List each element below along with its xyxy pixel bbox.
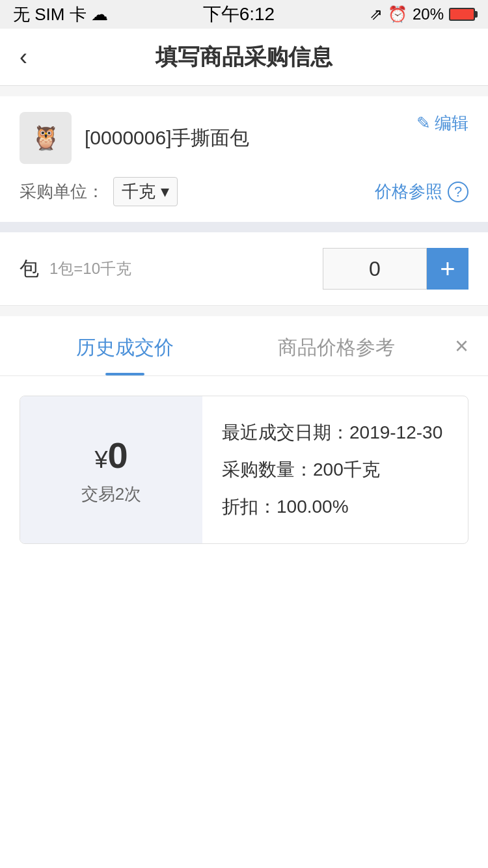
discount-label: 折扣： — [222, 496, 277, 517]
history-price-section: ¥0 交易2次 — [20, 396, 202, 543]
page-title: 填写商品采购信息 — [156, 42, 332, 72]
discount-value: 100.00% — [277, 496, 349, 517]
edit-icon: ✎ — [416, 113, 431, 133]
recent-date-label: 最近成交日期： — [222, 422, 349, 442]
chevron-down-icon: ▾ — [161, 182, 169, 202]
trade-count: 交易2次 — [81, 483, 141, 506]
price-ref-label: 价格参照 — [375, 180, 442, 203]
product-header: 🦉 [0000006]手撕面包 ✎ 编辑 — [20, 112, 468, 164]
battery-percent: 20% — [413, 5, 444, 23]
quantity-row-detail: 采购数量：200千克 — [222, 457, 448, 482]
unit-value: 千克 — [122, 180, 156, 203]
help-icon: ? — [448, 182, 468, 202]
quantity-plus-button[interactable]: + — [427, 248, 468, 290]
battery-icon — [449, 8, 475, 21]
tab-panel: 历史成交价 商品价格参考 × ¥0 交易2次 最近成交日期：2019-12-30… — [0, 316, 488, 563]
recent-date-value: 2019-12-30 — [349, 422, 442, 442]
price-reference-button[interactable]: 价格参照 ? — [375, 180, 468, 203]
edit-label: 编辑 — [435, 112, 468, 135]
product-thumbnail: 🦉 — [20, 112, 72, 164]
quantity-control: + — [323, 248, 468, 290]
product-unit-row: 采购单位： 千克 ▾ 价格参照 ? — [20, 177, 468, 206]
tab-product-price-ref[interactable]: 商品价格参考 — [230, 316, 441, 375]
package-unit-badge: 包 — [20, 256, 39, 282]
edit-button[interactable]: ✎ 编辑 — [416, 112, 468, 135]
product-card: 🦉 [0000006]手撕面包 ✎ 编辑 采购单位： 千克 ▾ 价格参照 ? — [0, 96, 488, 222]
tab-close-button[interactable]: × — [442, 319, 468, 373]
navigation-icon: ⇗ — [370, 5, 383, 23]
status-right: ⇗ ⏰ 20% — [370, 5, 475, 23]
alarm-icon: ⏰ — [388, 5, 407, 23]
status-time: 下午6:12 — [203, 2, 275, 27]
status-left: 无 SIM 卡 ☁ — [13, 3, 108, 26]
section-divider — [0, 222, 488, 232]
currency-symbol: ¥ — [94, 446, 107, 473]
history-card: ¥0 交易2次 最近成交日期：2019-12-30 采购数量：200千克 折扣：… — [20, 396, 468, 544]
quantity-unit-info: 包 1包=10千克 — [20, 256, 131, 282]
status-bar: 无 SIM 卡 ☁ 下午6:12 ⇗ ⏰ 20% — [0, 0, 488, 29]
product-owl-icon: 🦉 — [31, 124, 61, 152]
tab-history-price[interactable]: 历史成交价 — [20, 316, 230, 375]
tab-header: 历史成交价 商品价格参考 × — [0, 316, 488, 376]
main-background — [0, 563, 488, 868]
quantity-row: 包 1包=10千克 + — [0, 232, 488, 306]
history-detail-section: 最近成交日期：2019-12-30 采购数量：200千克 折扣：100.00% — [202, 396, 468, 543]
unit-select-dropdown[interactable]: 千克 ▾ — [113, 177, 178, 206]
history-content: ¥0 交易2次 最近成交日期：2019-12-30 采购数量：200千克 折扣：… — [0, 376, 488, 563]
price-number: 0 — [107, 435, 128, 476]
product-name: [0000006]手撕面包 — [85, 125, 249, 152]
quantity-label: 采购数量： — [222, 459, 313, 480]
nav-bar: ‹ 填写商品采购信息 — [0, 29, 488, 86]
sim-status: 无 SIM 卡 ☁ — [13, 3, 108, 26]
back-button[interactable]: ‹ — [20, 44, 27, 71]
recent-date-row: 最近成交日期：2019-12-30 — [222, 420, 448, 445]
product-info: 🦉 [0000006]手撕面包 — [20, 112, 249, 164]
unit-label: 采购单位： — [20, 182, 104, 201]
unit-conversion-label: 1包=10千克 — [49, 258, 131, 279]
history-price-value: ¥0 — [94, 434, 128, 476]
unit-section: 采购单位： 千克 ▾ — [20, 177, 178, 206]
discount-row: 折扣：100.00% — [222, 494, 448, 519]
quantity-value: 200千克 — [313, 459, 380, 480]
quantity-input[interactable] — [323, 248, 427, 290]
